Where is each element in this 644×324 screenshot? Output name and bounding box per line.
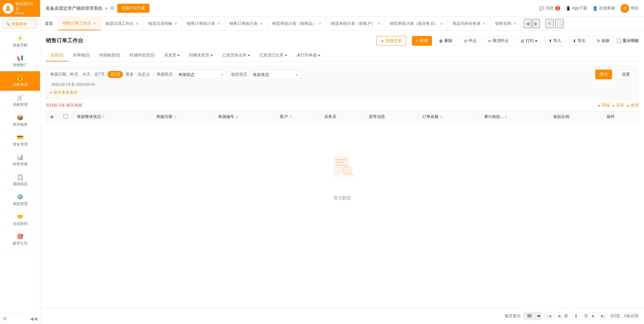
expand-conditions-button[interactable]: ▾ 展开更多条件 xyxy=(50,90,78,95)
tab-close-icon[interactable]: ✕ xyxy=(217,22,220,26)
tab-sales-order[interactable]: 销售订单工作台 ✕ xyxy=(58,17,101,30)
filter-tab-wangpu[interactable]: 旺铺待发货(0) xyxy=(125,50,160,62)
tab-next-button[interactable]: ▶ xyxy=(532,19,540,28)
sort-icon[interactable]: ⇅ xyxy=(505,115,507,119)
filter-tab-all[interactable]: 全部(0) xyxy=(46,50,68,62)
select-all-checkbox[interactable] xyxy=(63,114,68,119)
filter-tab-shipped-out[interactable]: 已发货已出库 ● xyxy=(255,50,292,62)
quick-nav-icon: ⚡ xyxy=(17,35,24,41)
date-7days-button[interactable]: 近7天 xyxy=(93,71,106,78)
tab-sales-summary-product[interactable]: 销货单统计表（按商品） ✕ xyxy=(267,17,326,30)
sidebar-item-operation[interactable]: 📊 经营管理 xyxy=(0,151,40,170)
show-detail-checkbox[interactable]: 显示明细 xyxy=(617,38,639,44)
sidebar-item-sales[interactable]: 💰 销售管理 xyxy=(0,71,40,91)
tab-close-icon[interactable]: ✕ xyxy=(513,22,516,26)
date-1month-button[interactable]: 近1月 xyxy=(108,71,123,78)
tab-close-icon[interactable]: ✕ xyxy=(174,22,177,26)
sidebar-collapse-button[interactable]: ◀◀ xyxy=(30,316,37,321)
print-button[interactable]: 🖨 打印 ▾ xyxy=(516,36,542,46)
tab-close-icon[interactable]: ✕ xyxy=(377,22,380,26)
stop-button[interactable]: ⊙ 中止 xyxy=(460,36,481,46)
system-settings-icon[interactable]: ⚙ xyxy=(110,5,115,11)
tab-close-icon[interactable]: ✕ xyxy=(93,22,96,25)
sidebar-item-system[interactable]: ⚙️ 系统管理 xyxy=(0,190,40,210)
page-number-input[interactable] xyxy=(569,312,583,320)
user-profile[interactable]: 友 用友 xyxy=(620,4,639,13)
page-prev-button[interactable]: ◀ xyxy=(555,312,563,320)
tab-sales-stats[interactable]: 销售订单统计表 ✕ xyxy=(182,17,225,30)
page-next-button[interactable]: ▶ xyxy=(590,312,597,320)
home-tab-label: 首页 xyxy=(45,21,53,27)
ship-action-button[interactable]: ● 发货 xyxy=(627,103,639,108)
tab-gross-profit[interactable]: 商品毛利分析表 ✕ xyxy=(448,17,490,30)
tab-close-icon[interactable]: ✕ xyxy=(440,22,443,26)
sidebar-item-enterprise[interactable]: 🤝 企业协同 xyxy=(0,210,40,230)
sidebar-item-basic-info[interactable]: 📋 基础信息 xyxy=(0,170,40,190)
filter-tab-not-printed[interactable]: 未打印单据 ● xyxy=(292,50,325,62)
export-button[interactable]: ⬇ 导出 xyxy=(568,36,590,46)
sidebar-item-quick-nav[interactable]: ⚡ 快捷导航 xyxy=(0,32,40,51)
refresh-button[interactable]: ↻ 刷新 xyxy=(593,36,614,46)
search-menu-button[interactable]: 🔍 搜索菜单 xyxy=(3,19,37,29)
tab-close-all-button[interactable]: ✕ xyxy=(546,19,554,28)
tab-sales-profit[interactable]: 销售毛利 ✕ xyxy=(490,17,521,30)
cancel-stop-button[interactable]: ↩ 取消中止 xyxy=(484,36,513,46)
filter-tab-pending-review[interactable]: 待审核(0) xyxy=(68,50,95,62)
sidebar-item-finance[interactable]: 💳 资金管理 xyxy=(0,131,40,151)
tab-cash-clear[interactable]: 钱货日清工作台 ✕ xyxy=(101,17,143,30)
sidebar-item-purchase[interactable]: 🛒 采购管理 xyxy=(0,91,40,111)
page-size-select[interactable]: 50 10 20 100 xyxy=(523,312,542,320)
tab-sales-exec[interactable]: 销售订单执行表 ✕ xyxy=(225,17,267,30)
smart-create-label: 智能生单 xyxy=(386,38,402,44)
inventory-icon: 📦 xyxy=(17,114,24,121)
message-button[interactable]: 💬 消息 6 xyxy=(539,5,560,11)
cancel-review-action-button[interactable]: ● 弃审 xyxy=(612,103,624,108)
sort-icon[interactable]: ⇅ xyxy=(102,115,105,119)
date-custom-button[interactable]: 自定义 xyxy=(136,71,151,78)
tab-cash-reconcile[interactable]: 钱货日清对账 ✕ xyxy=(143,17,182,30)
tab-close-icon[interactable]: ✕ xyxy=(136,22,138,26)
tab-sales-summary-customer[interactable]: 销货单统计表（按客户） ✕ xyxy=(326,17,385,30)
settings-icon[interactable]: ⚙ xyxy=(50,115,54,119)
filter-tab-pending-check[interactable]: 待拣验货(0) xyxy=(94,50,125,62)
filter-tab-shipped-not-out[interactable]: 已发货未出库 ● xyxy=(218,50,255,62)
sort-icon[interactable]: ⇅ xyxy=(235,115,238,119)
date-more-button[interactable]: 更多 xyxy=(124,71,135,78)
sidebar-settings-button[interactable]: ⚙ xyxy=(3,316,7,321)
tab-fullscreen-button[interactable]: ⛶ xyxy=(555,19,564,28)
delete-button[interactable]: 🗑 删除 xyxy=(435,36,457,46)
tab-close-icon[interactable]: ✕ xyxy=(318,22,321,26)
system-dropdown-icon[interactable]: ▾ xyxy=(105,6,107,11)
chevron-down-icon: ▾ xyxy=(50,90,52,95)
sidebar-item-guide[interactable]: 🎯 新手引导 xyxy=(0,230,40,250)
smart-create-button[interactable]: ★ 智能生单 xyxy=(376,36,406,46)
tab-close-icon[interactable]: ✕ xyxy=(483,22,485,26)
sort-icon[interactable]: ⇅ xyxy=(439,115,442,119)
sort-icon[interactable]: ⇅ xyxy=(289,115,292,119)
date-today-button[interactable]: 今天 xyxy=(81,71,92,78)
tab-prev-button[interactable]: ◀ xyxy=(524,19,531,28)
online-service-button[interactable]: 👤 在线客服 xyxy=(593,5,615,11)
sidebar-item-inventory[interactable]: 📦 库存核算 xyxy=(0,111,40,131)
add-button[interactable]: + 新增 xyxy=(412,36,432,46)
tab-sales-summary-staff[interactable]: 销货单统计表（按业务员） ✕ xyxy=(385,17,448,30)
show-detail-input[interactable] xyxy=(617,39,621,43)
status-select[interactable]: 单据状态 xyxy=(175,71,226,79)
date-yesterday-button[interactable]: 昨天 xyxy=(69,71,80,78)
app-download-button[interactable]: 📱 App下载 xyxy=(566,5,587,11)
page-first-button[interactable]: |◀ xyxy=(545,312,553,320)
industry-button[interactable]: 体验行业方案 xyxy=(117,4,149,13)
filter-tab-expired[interactable]: 到期未发货 ● xyxy=(184,50,218,62)
tab-home[interactable]: 首页 xyxy=(40,17,58,30)
query-button[interactable]: 查询 xyxy=(595,70,612,79)
import-button[interactable]: ⬆ 导入 xyxy=(544,36,566,46)
sidebar-item-marketing[interactable]: 📢 营销推广 xyxy=(0,51,40,71)
sort-icon[interactable]: ⇅ xyxy=(174,115,176,119)
tab-close-icon[interactable]: ✕ xyxy=(260,22,262,26)
settings-button[interactable]: 设置 xyxy=(617,70,634,79)
page-last-button[interactable]: ▶| xyxy=(599,312,607,320)
payment-select[interactable]: 收款状态 xyxy=(250,71,300,79)
review-action-button[interactable]: ● 审核 xyxy=(598,103,609,108)
filter-tab-not-shipped[interactable]: 未发货 ● xyxy=(160,50,185,62)
header-right: 💬 消息 6 📱 App下载 👤 在线客服 友 用友 xyxy=(539,4,639,13)
